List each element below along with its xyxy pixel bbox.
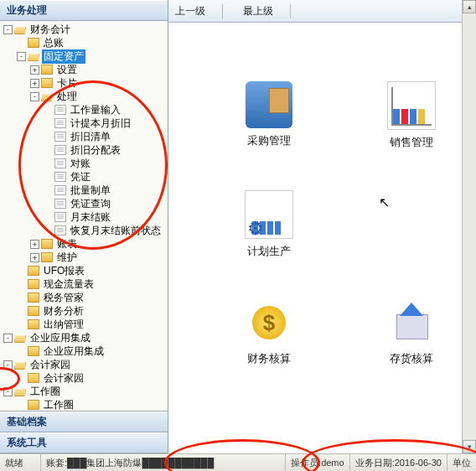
toolbar: 上一级 最上级 <box>168 0 462 23</box>
node-label: 凭证 <box>69 170 92 184</box>
node-entapp[interactable]: -企业应用集成 <box>0 331 168 344</box>
node-p6[interactable]: 批量制单 <box>0 184 168 197</box>
page-icon <box>54 199 66 209</box>
node-entappc[interactable]: 企业应用集成 <box>0 344 168 358</box>
status-operator: 操作员:demo <box>286 454 350 471</box>
folder-open-icon <box>14 386 26 396</box>
collapse-icon[interactable]: - <box>30 92 39 101</box>
node-gl[interactable]: 总账 <box>0 36 168 49</box>
node-finana[interactable]: 财务分析 <box>0 304 168 318</box>
node-cash[interactable]: 现金流量表 <box>0 277 168 291</box>
folder-icon <box>28 38 39 48</box>
collapse-icon[interactable]: - <box>3 334 13 343</box>
node-label: 恢复月末结账前状态 <box>69 224 163 238</box>
tile-sales[interactable]: 销售管理 <box>361 81 462 150</box>
page-icon <box>54 105 66 115</box>
node-label: 税务管家 <box>42 291 85 305</box>
node-acchomec[interactable]: 会计家园 <box>0 371 168 385</box>
node-label: 出纳管理 <box>42 318 85 332</box>
expand-icon[interactable]: + <box>30 65 39 75</box>
folder-icon <box>28 346 39 356</box>
folder-icon <box>28 400 39 410</box>
scroll-track[interactable] <box>463 13 476 440</box>
node-label: 会计家园 <box>42 371 85 386</box>
node-tax[interactable]: 税务管家 <box>0 291 168 304</box>
btn-up-level[interactable]: 上一级 <box>175 4 223 18</box>
node-label: UFO报表 <box>42 264 86 278</box>
expand-icon[interactable]: + <box>30 79 39 88</box>
node-acchome[interactable]: -会计家园 <box>0 358 168 371</box>
node-label: 卡片 <box>55 76 79 91</box>
folder-open-icon <box>41 91 53 101</box>
folder-icon <box>41 65 53 75</box>
folder-icon <box>41 239 53 249</box>
node-label: 折旧分配表 <box>69 143 122 158</box>
content-panel: 上一级 最上级 采购管理 销售管理 计划生产 财务核算 <box>168 0 462 453</box>
nav-panel: 业务处理 -财务会计 总账 -固定资产 +设置 +卡片 -处理 工作量输入 计提… <box>0 0 168 453</box>
tile-label: 采购管理 <box>219 133 319 148</box>
collapse-icon[interactable]: - <box>3 25 13 34</box>
scroll-up-icon[interactable]: ▴ <box>463 0 476 13</box>
node-p3[interactable]: 折旧分配表 <box>0 143 168 157</box>
node-report[interactable]: +账表 <box>0 237 168 251</box>
node-label: 会计家园 <box>28 358 72 372</box>
page-icon <box>54 185 66 195</box>
node-p7[interactable]: 凭证查询 <box>0 197 168 210</box>
tile-purchase[interactable]: 采购管理 <box>219 81 319 148</box>
module-canvas: 采购管理 销售管理 计划生产 财务核算 存货核算 <box>168 23 462 453</box>
node-p0[interactable]: 工作量输入 <box>0 103 168 116</box>
node-proc[interactable]: -处理 <box>0 90 168 103</box>
page-icon <box>54 132 66 142</box>
status-unit: 单位 <box>448 454 476 471</box>
tile-label: 财务核算 <box>219 351 319 366</box>
collapse-icon[interactable]: - <box>3 360 13 370</box>
btn-top-level[interactable]: 最上级 <box>243 4 291 18</box>
node-work[interactable]: -工作圈 <box>0 385 168 398</box>
collapse-icon[interactable]: - <box>17 52 26 61</box>
page-icon <box>54 225 66 236</box>
page-icon <box>54 212 66 222</box>
node-workc[interactable]: 工作圈 <box>0 398 168 411</box>
node-ufo[interactable]: UFO报表 <box>0 264 168 277</box>
node-p1[interactable]: 计提本月折旧 <box>0 116 168 130</box>
node-fixed[interactable]: -固定资产 <box>0 49 168 63</box>
expand-icon[interactable]: + <box>30 253 39 262</box>
node-p4[interactable]: 对账 <box>0 157 168 170</box>
node-p2[interactable]: 折旧清单 <box>0 130 168 143</box>
scrollbar-vertical[interactable]: ▴ ▾ <box>462 0 476 453</box>
node-p9[interactable]: 恢复月末结账前状态 <box>0 224 168 237</box>
node-label: 企业应用集成 <box>28 331 92 345</box>
folder-icon <box>28 319 39 329</box>
node-cashier[interactable]: 出纳管理 <box>0 318 168 331</box>
node-label: 折旧清单 <box>69 130 112 144</box>
plan-icon <box>245 190 293 239</box>
nav-tree: -财务会计 总账 -固定资产 +设置 +卡片 -处理 工作量输入 计提本月折旧 … <box>0 21 168 411</box>
section-business[interactable]: 业务处理 <box>0 0 168 21</box>
node-maint[interactable]: +维护 <box>0 251 168 264</box>
node-p8[interactable]: 月末结账 <box>0 210 168 224</box>
collapse-icon[interactable]: - <box>3 387 13 396</box>
node-finacc[interactable]: -财务会计 <box>0 23 168 36</box>
status-ready: 就绪 <box>0 454 41 471</box>
node-label: 现金流量表 <box>42 277 96 292</box>
section-basic[interactable]: 基础档案 <box>0 411 168 432</box>
tile-finance[interactable]: 财务核算 <box>219 299 319 366</box>
node-p5[interactable]: 凭证 <box>0 170 168 184</box>
node-setup[interactable]: +设置 <box>0 63 168 76</box>
tile-label: 销售管理 <box>361 135 462 150</box>
node-label: 账表 <box>55 237 79 251</box>
node-label: 工作圈 <box>42 398 75 412</box>
tile-plan[interactable]: 计划生产 <box>219 190 319 259</box>
tile-inventory[interactable]: 存货核算 <box>361 299 462 366</box>
folder-icon <box>41 78 53 88</box>
node-label: 工作量输入 <box>69 103 122 117</box>
expand-icon[interactable]: + <box>30 240 39 249</box>
inventory-icon <box>388 299 435 346</box>
folder-open-icon <box>14 24 26 34</box>
node-label: 维护 <box>55 251 79 265</box>
page-icon <box>54 158 66 168</box>
node-card[interactable]: +卡片 <box>0 76 168 90</box>
section-system[interactable]: 系统工具 <box>0 432 168 453</box>
scroll-down-icon[interactable]: ▾ <box>463 440 476 453</box>
node-label: 对账 <box>69 157 92 171</box>
